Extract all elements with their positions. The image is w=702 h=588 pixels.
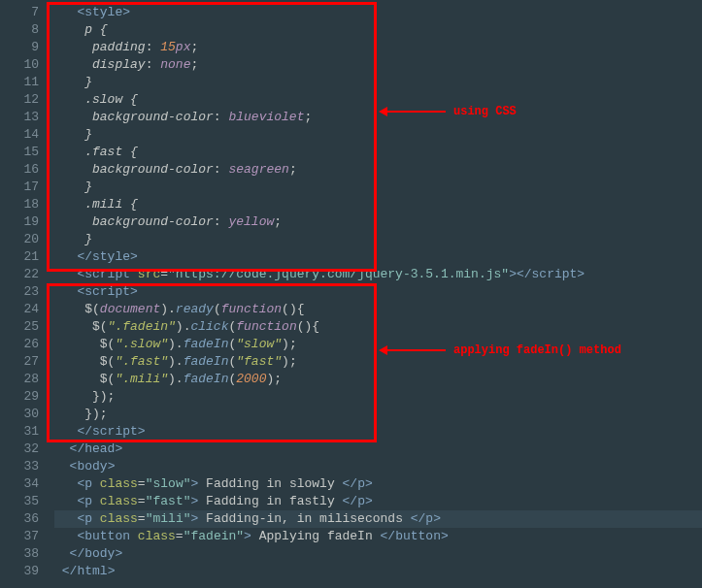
code-line: $(document).ready(function(){ <box>54 301 702 318</box>
line-number: 20 <box>6 231 39 248</box>
editor-area: 7 8 9 10 11 12 13 14 15 16 17 18 19 20 2… <box>0 0 702 584</box>
code-line: p { <box>54 21 702 39</box>
code-line: background-color: yellow; <box>54 213 702 231</box>
code-line: .mili { <box>54 196 702 213</box>
code-line: } <box>54 231 702 248</box>
line-number: 19 <box>6 213 39 231</box>
code-line: <script src="https://code.jquery.com/jqu… <box>54 266 702 283</box>
line-number: 9 <box>6 39 39 56</box>
line-number: 8 <box>6 21 39 39</box>
line-number: 15 <box>6 144 39 161</box>
code-line: display: none; <box>54 56 702 74</box>
line-number: 13 <box>6 109 39 126</box>
line-number: 36 <box>6 510 39 528</box>
line-number: 18 <box>6 196 39 213</box>
annotation-label: applying fadeIn() method <box>453 343 621 357</box>
line-number: 27 <box>6 353 39 371</box>
line-number: 23 <box>6 283 39 301</box>
arrow-shaft <box>387 349 446 351</box>
line-number: 38 <box>6 545 39 563</box>
code-line: <button class="fadein"> Applying fadeIn … <box>54 528 702 545</box>
code-line: padding: 15px; <box>54 39 702 56</box>
line-number: 25 <box>6 318 39 336</box>
code-line: } <box>54 179 702 196</box>
arrow-shaft <box>387 111 446 113</box>
line-number: 11 <box>6 74 39 91</box>
line-number: 21 <box>6 248 39 266</box>
code-line: </script> <box>54 423 702 441</box>
annotation-label: using CSS <box>453 105 517 118</box>
code-line: <p class="slow"> Fadding in slowly </p> <box>54 475 702 493</box>
line-number: 37 <box>6 528 39 545</box>
code-line: <p class="fast"> Fadding in fastly </p> <box>54 493 702 510</box>
arrow-using-css: using CSS <box>379 105 517 118</box>
line-number: 35 <box>6 493 39 510</box>
line-number: 7 <box>6 4 39 21</box>
line-number: 32 <box>6 441 39 458</box>
arrow-fadein: applying fadeIn() method <box>379 343 621 357</box>
line-number: 31 <box>6 423 39 441</box>
code-line: $(".fadein").click(function(){ <box>54 318 702 336</box>
line-number: 10 <box>6 56 39 74</box>
line-number: 16 <box>6 161 39 179</box>
code-line: }); <box>54 406 702 423</box>
line-number: 30 <box>6 406 39 423</box>
arrow-head-icon <box>379 107 387 116</box>
line-number: 39 <box>6 563 39 580</box>
line-number: 33 <box>6 458 39 475</box>
code-line: </style> <box>54 248 702 266</box>
line-number: 24 <box>6 301 39 318</box>
code-line: } <box>54 74 702 91</box>
code-line: </html> <box>54 563 702 580</box>
line-number: 28 <box>6 371 39 388</box>
line-number: 14 <box>6 126 39 144</box>
code-line: } <box>54 126 702 144</box>
arrow-head-icon <box>379 345 387 355</box>
code-line: .fast { <box>54 144 702 161</box>
line-number: 26 <box>6 336 39 353</box>
code-line: background-color: seagreen; <box>54 161 702 179</box>
line-number-gutter: 7 8 9 10 11 12 13 14 15 16 17 18 19 20 2… <box>0 0 49 584</box>
line-number: 29 <box>6 388 39 406</box>
code-line: </body> <box>54 545 702 563</box>
line-number: 34 <box>6 475 39 493</box>
line-number: 22 <box>6 266 39 283</box>
line-number: 17 <box>6 179 39 196</box>
code-line-highlighted: <p class="mili"> Fadding-in, in miliseco… <box>54 510 702 528</box>
code-pane[interactable]: using CSS applying fadeIn() method <styl… <box>49 0 702 584</box>
code-line: <style> <box>54 4 702 21</box>
code-line: <script> <box>54 283 702 301</box>
line-number: 12 <box>6 91 39 109</box>
code-line: <body> <box>54 458 702 475</box>
code-line: $(".mili").fadeIn(2000); <box>54 371 702 388</box>
code-line: </head> <box>54 441 702 458</box>
code-line: }); <box>54 388 702 406</box>
